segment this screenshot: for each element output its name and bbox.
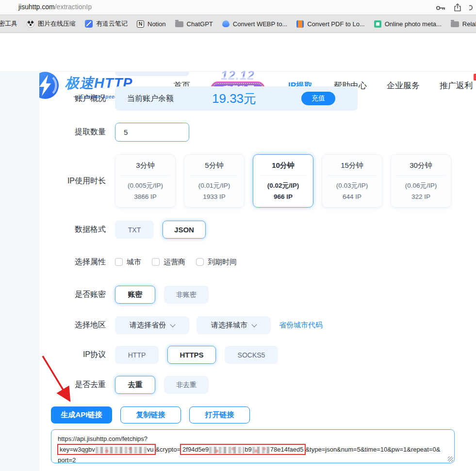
clipped-toolbar-icon[interactable] <box>469 4 473 13</box>
bookmark-youdao-note[interactable]: 有道云笔记 <box>85 19 128 28</box>
share-icon[interactable] <box>454 3 461 14</box>
pdf-converter-icon <box>296 20 304 28</box>
folder-icon <box>451 21 459 27</box>
protocol-option-socks5[interactable]: SOCKS5 <box>225 346 278 364</box>
bookmark-notion[interactable]: NNotion <box>137 20 166 28</box>
account-row: 账户概况 当前账户余额 19.33元 充值 <box>0 86 476 111</box>
auth-label: 是否账密 <box>0 290 106 300</box>
copy-link-button[interactable]: 复制链接 <box>120 406 181 423</box>
format-label: 数据格式 <box>0 225 106 235</box>
balance-caption: 当前账户余额 <box>127 94 174 104</box>
api-url-line2: key=w3qgbvvu&crypto=2f94d5e9b978e14faed5… <box>58 444 448 455</box>
protocol-option-http[interactable]: HTTP <box>115 346 159 364</box>
password-key-icon[interactable] <box>436 4 446 13</box>
attributes-label: 选择属性 <box>0 257 106 267</box>
notion-icon: N <box>137 20 144 28</box>
city-select[interactable]: 请选择城市 <box>197 316 271 334</box>
duration-card-5min[interactable]: 5分钟 (0.01元/IP) 1933 IP <box>184 154 245 208</box>
annotation-redbox-crypto: 2f94d5e9b978e14faed5 <box>180 444 306 455</box>
chevron-down-icon <box>170 322 175 327</box>
clipped-element-above <box>115 72 189 76</box>
url-display[interactable]: jisuhttp.com/extractionIp <box>18 3 92 11</box>
bookmark-relakkes-folder[interactable]: Relakkes <box>451 20 476 28</box>
photo-tool-icon <box>374 20 381 28</box>
generate-api-link-button[interactable]: 生成API链接 <box>51 406 112 423</box>
bookmark-convert-webp[interactable]: Convert WEBP to... <box>222 20 287 28</box>
api-url-line3: port=2 <box>58 455 448 463</box>
attr-checkbox-expiry[interactable]: 到期时间 <box>196 258 237 267</box>
url-path: /extractionIp <box>55 3 92 11</box>
attr-checkbox-city[interactable]: 城市 <box>115 258 141 267</box>
redacted-mosaic <box>209 447 244 454</box>
bookmarks-bar: 加密工具 图片在线压缩 有道云笔记 NNotion ChatGPT Conver… <box>0 15 476 33</box>
folder-icon <box>175 21 183 27</box>
annotation-arrow <box>33 349 79 407</box>
duration-label: IP使用时长 <box>0 176 106 186</box>
redacted-mosaic <box>252 447 270 454</box>
annotation-redbox-key: key=w3qgbvvu <box>57 444 156 455</box>
format-option-json-selected[interactable]: JSON <box>163 221 206 239</box>
checkbox-icon[interactable] <box>196 258 204 266</box>
duration-card-3min[interactable]: 3分钟 (0.005元/IP) 3866 IP <box>115 154 176 208</box>
open-link-button[interactable]: 打开链接 <box>189 406 250 423</box>
url-domain: jisuhttp.com <box>18 3 55 11</box>
dedupe-option-yes-selected[interactable]: 去重 <box>115 376 155 394</box>
format-option-txt[interactable]: TXT <box>115 221 154 239</box>
site-header: 极速HTTP — Extreme speed — 首页 12.12 套餐购买 I… <box>0 33 476 72</box>
screen: jisuhttp.com/extractionIp 加密工具 图片在线压缩 有道… <box>0 0 476 471</box>
region-label: 选择地区 <box>0 320 106 330</box>
province-city-code-link[interactable]: 省份城市代码 <box>279 321 323 330</box>
bookmark-convert-pdf[interactable]: Convert PDF to Lo... <box>296 20 365 28</box>
api-url-line1: https://api.jisuhttp.com/fetchips? <box>58 434 448 444</box>
recharge-button[interactable]: 充值 <box>301 92 335 105</box>
protocol-option-https-selected[interactable]: HTTPS <box>167 346 216 364</box>
quantity-label: 提取数量 <box>0 127 106 137</box>
browser-address-bar[interactable]: jisuhttp.com/extractionIp <box>0 0 476 15</box>
youdao-pen-icon <box>85 20 93 28</box>
duration-row: IP使用时长 3分钟 (0.005元/IP) 3866 IP 5分钟 (0.01… <box>0 154 476 208</box>
attributes-row: 选择属性 城市 运营商 到期时间 <box>0 257 476 267</box>
duration-card-30min[interactable]: 30分钟 (0.06元/IP) 322 IP <box>391 154 451 208</box>
textarea-resize-handle[interactable] <box>448 456 453 462</box>
dedupe-option-no[interactable]: 非去重 <box>164 376 209 394</box>
balance-amount: 19.33元 <box>212 90 256 107</box>
auth-option-no-credentials[interactable]: 非账密 <box>164 286 209 304</box>
nav-referral-badge <box>474 74 476 81</box>
quantity-row: 提取数量 <box>0 123 476 142</box>
duration-card-15min[interactable]: 15分钟 (0.03元/IP) 644 IP <box>322 154 382 208</box>
bookmark-photo-meta[interactable]: Online photo meta... <box>374 20 442 28</box>
province-select[interactable]: 请选择省份 <box>115 316 189 334</box>
checkbox-icon[interactable] <box>115 258 123 266</box>
redacted-mosaic <box>96 447 147 454</box>
api-url-output[interactable]: https://api.jisuhttp.com/fetchips? key=w… <box>51 429 455 463</box>
region-row: 选择地区 请选择省份 请选择城市 省份城市代码 <box>0 316 476 334</box>
checkbox-icon[interactable] <box>152 258 160 266</box>
promo-1212-text: 12.12 <box>209 68 266 82</box>
attr-checkbox-isp[interactable]: 运营商 <box>152 258 185 267</box>
quantity-input[interactable] <box>115 123 189 142</box>
account-balance-bar: 当前账户余额 19.33元 充值 <box>115 86 358 111</box>
duration-card-10min-selected[interactable]: 10分钟 (0.02元/IP) 966 IP <box>253 154 313 208</box>
bookmark-image-compress[interactable]: 图片在线压缩 <box>27 19 76 28</box>
bookmark-chatgpt-folder[interactable]: ChatGPT <box>175 20 213 28</box>
account-label: 账户概况 <box>0 94 106 104</box>
action-buttons: 生成API链接 复制链接 打开链接 <box>51 406 250 423</box>
chevron-down-icon <box>251 322 257 327</box>
heart-icon <box>222 20 230 27</box>
panda-icon <box>27 20 34 28</box>
format-row: 数据格式 TXT JSON <box>0 221 476 239</box>
bookmark-encrypt-tool[interactable]: 加密工具 <box>0 19 17 28</box>
auth-row: 是否账密 账密 非账密 <box>0 286 476 304</box>
auth-option-credentials-selected[interactable]: 账密 <box>115 286 155 304</box>
